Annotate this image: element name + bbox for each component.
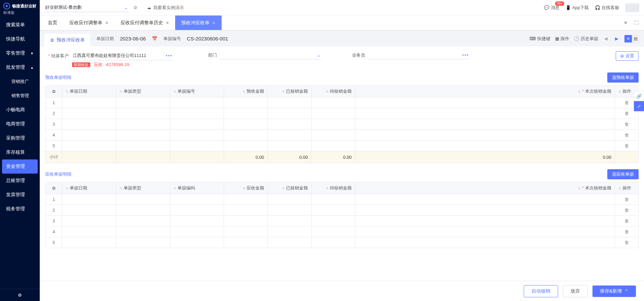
col-2[interactable]: ⇅单据编号 [170,86,224,97]
tab-0[interactable]: 首页 [42,16,63,30]
fullscreen-button[interactable]: ⛶ [633,19,640,27]
lookup-icon[interactable]: ••• [166,53,172,58]
settings-button[interactable]: ⚙设置 [616,51,639,61]
table-row[interactable]: 4🗑 [45,227,639,237]
gear-icon[interactable]: ⚙ [133,5,137,10]
history-button[interactable]: 🕑历史单据 [574,36,598,42]
sidebar-item-10[interactable]: 资金管理 [2,159,38,174]
col-7[interactable]: ⇅操作 [615,182,639,194]
view-list-button[interactable]: ≡ [624,35,632,42]
expand-button[interactable]: ⤢ [634,101,644,111]
code-value: CS-20230606-001 [187,36,228,41]
sales-label: 业务员 [342,52,365,58]
demo-link[interactable]: ☁ 我要看实例演示 [147,5,184,11]
sidebar-item-12[interactable]: 发票管理 [0,188,40,202]
next-doc-button[interactable]: ▶ [614,36,620,41]
delete-row-button[interactable]: 🗑 [615,205,639,216]
table-row[interactable]: 1🗑 [45,194,639,205]
side-float-toolbar: 🔗 ⤢ [634,91,644,111]
col-3[interactable]: ⇅应收金额 [224,182,268,194]
sidebar-item-13[interactable]: 税务管理 [0,202,40,216]
delete-row-button[interactable]: 🗑 [615,237,639,248]
view-grid-button[interactable]: ▤ [632,35,639,42]
attachment-button[interactable]: 🔗 [634,91,644,101]
close-icon[interactable]: ✕ [105,21,108,25]
lookup-icon[interactable]: ••• [462,53,469,58]
tab-2[interactable]: 应收应付调整单历史✕ [115,16,175,30]
auto-writeoff-button[interactable]: 自动核销 [524,285,558,297]
table-row[interactable]: 3🗑 [45,216,639,227]
delete-row-button[interactable]: 🗑 [615,216,639,227]
col-2[interactable]: ⇅单据编码 [170,182,224,194]
table-row[interactable]: 1🗑 [45,97,639,108]
brand-icon [3,3,10,9]
chevron-up-icon: ⌃ [624,289,629,294]
sidebar-item-7[interactable]: 电商管理 [0,117,40,131]
delete-row-button[interactable]: 🗑 [615,130,639,141]
doc-header: 🗎 预收冲应收单 单据日期 2023-06-06 📅 单据编号 CS-20230… [40,30,644,47]
env-selector[interactable]: 好业财测试-量勿删 ⌄ [44,3,129,12]
sidebar-item-8[interactable]: 采购管理 [0,131,40,145]
prev-doc-button[interactable]: ◀ [603,36,609,41]
table-row[interactable]: 5🗑 [45,141,639,151]
shortcuts-button[interactable]: ⌨快捷键 [529,36,550,42]
calendar-icon[interactable]: 📅 [152,36,157,41]
col-0[interactable]: ⇅单据日期 [62,86,116,97]
sidebar-settings[interactable]: ⚙ [0,289,40,301]
delete-row-button[interactable]: 🗑 [615,194,639,205]
close-tab-button[interactable]: ✕ [622,19,629,27]
sidebar-item-3[interactable]: 批发管理▲ [0,60,40,74]
column-settings[interactable]: ⚙ [45,182,62,194]
sidebar: 畅捷通好业财 标准版 搜索菜单快捷导航零售管理▼批发管理▲营销推广销售管理小畅电… [0,0,40,301]
sidebar-item-6[interactable]: 小畅电商 [0,103,40,117]
headset-icon: 🎧 [595,5,600,10]
table-row[interactable]: 2🗑 [45,108,639,119]
doc-title-tab[interactable]: 🗎 预收冲应收单 [44,34,90,47]
table-row[interactable]: 3🗑 [45,119,639,130]
sidebar-item-2[interactable]: 零售管理▼ [0,46,40,60]
col-4[interactable]: ⇅已核销金额 [268,86,312,97]
dept-input[interactable]: ⌄ [220,51,321,59]
delete-row-button[interactable]: 🗑 [615,119,639,130]
date-value[interactable]: 2023-06-06 [120,36,146,41]
message-icon: 💬 [544,5,549,10]
col-3[interactable]: ⇅预收金额 [224,86,268,97]
select-ar-button[interactable]: 选应收单据 [607,169,639,179]
col-1[interactable]: ⇅单据类型 [116,86,170,97]
table-row[interactable]: 4🗑 [45,130,639,141]
sidebar-item-4[interactable]: 营销推广 [0,74,40,89]
sidebar-item-11[interactable]: 总账管理 [0,174,40,188]
avatar[interactable] [625,3,639,12]
col-4[interactable]: ⇅已核销金额 [268,182,312,194]
sidebar-item-9[interactable]: 库存核算 [0,145,40,159]
save-new-button[interactable]: 保存&新增⌃ [592,285,636,297]
section2-title: 应收单据明细 [45,171,71,177]
table-row[interactable]: 2🗑 [45,205,639,216]
gear-icon: ⚙ [620,54,624,59]
col-6[interactable]: ⇅本次核销金额 [355,182,615,194]
column-settings[interactable]: ⚙ [45,86,62,97]
close-icon[interactable]: ✕ [166,21,169,25]
table-row[interactable]: 5🗑 [45,237,639,248]
ops-button[interactable]: ▦操作 [555,36,569,42]
col-5[interactable]: ⇅待核销金额 [312,86,355,97]
col-1[interactable]: ⇅单据类型 [116,182,170,194]
support-button[interactable]: 🎧 在线客服 [595,5,619,11]
messages-button[interactable]: 💬 消息 99+ [544,5,559,11]
col-5[interactable]: ⇅待核销金额 [312,182,355,194]
customer-input[interactable]: 江西真可爱布娃娃有限责任公司11111 ••• [72,51,173,60]
delete-row-button[interactable]: 🗑 [615,227,639,237]
select-prepay-button[interactable]: 选预收单据 [607,72,639,83]
col-0[interactable]: ⇅单据日期 [62,182,116,194]
col-6[interactable]: ⇅本次核销金额 [355,86,615,97]
sidebar-item-5[interactable]: 销售管理 [0,89,40,103]
delete-row-button[interactable]: 🗑 [615,141,639,151]
tab-3[interactable]: 预收冲应收单✕ [175,16,222,30]
sidebar-item-0[interactable]: 搜索菜单 [0,18,40,32]
discard-button[interactable]: 放弃 [563,285,588,297]
close-icon[interactable]: ✕ [212,21,216,25]
tab-1[interactable]: 应收应付调整单✕ [63,16,115,30]
sidebar-item-1[interactable]: 快捷导航 [0,32,40,46]
sales-input[interactable]: ••• [368,51,470,59]
app-download-button[interactable]: 📱 App下载 [566,5,589,11]
